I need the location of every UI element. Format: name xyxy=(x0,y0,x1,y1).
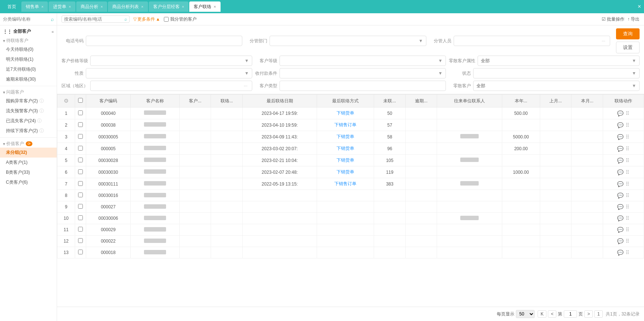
filter-nature-dropdown[interactable]: ▼ xyxy=(86,68,252,78)
filter-search-input[interactable] xyxy=(64,17,123,22)
row-checkbox[interactable] xyxy=(78,181,83,186)
message-icon[interactable]: 💬 xyxy=(617,158,623,163)
more-action-icon[interactable]: ⠿ xyxy=(626,238,629,244)
query-button[interactable]: 查询 xyxy=(616,28,640,39)
message-icon[interactable]: 💬 xyxy=(617,181,623,187)
row-checkbox[interactable] xyxy=(78,250,83,254)
cell-last-method[interactable]: 下销售订单 xyxy=(317,119,374,131)
export-button[interactable]: ↑ 导出 xyxy=(627,16,640,22)
tab-purchase[interactable]: 进货单 × xyxy=(49,1,75,12)
current-page-input[interactable] xyxy=(564,310,577,318)
tab-customer-contact[interactable]: 客户联络 × xyxy=(189,1,220,12)
sidebar-item-warning[interactable]: 流失预警客户(3) ⓘ xyxy=(0,106,57,116)
filter-search-icon[interactable]: ⌕ xyxy=(124,17,127,22)
tab-product-analysis-list-close[interactable]: × xyxy=(141,4,143,9)
message-icon[interactable]: 💬 xyxy=(617,193,623,198)
more-action-icon[interactable]: ⠿ xyxy=(626,134,629,140)
cell-last-method[interactable]: 下销货单 xyxy=(317,155,374,166)
message-icon[interactable]: 💬 xyxy=(617,110,623,116)
more-action-icon[interactable]: ⠿ xyxy=(626,181,629,187)
row-checkbox[interactable] xyxy=(78,227,83,232)
filter-dept-dropdown[interactable]: ▼ xyxy=(270,36,426,46)
message-icon[interactable]: 💬 xyxy=(617,169,623,175)
cell-last-method[interactable]: 下销货单 xyxy=(317,166,374,178)
more-action-icon[interactable]: ⠿ xyxy=(626,193,629,198)
filter-payment-dropdown[interactable]: ▼ xyxy=(279,68,446,78)
tab-customer-segment[interactable]: 客户分层经客 × xyxy=(149,1,189,12)
message-icon[interactable]: 💬 xyxy=(617,215,623,221)
filter-status-dropdown[interactable]: ▼ xyxy=(473,68,640,78)
sidebar-group-problem[interactable]: ▾ 问题客户 xyxy=(0,88,57,96)
message-icon[interactable]: 💬 xyxy=(617,238,623,244)
row-checkbox[interactable] xyxy=(78,122,83,127)
cell-last-method[interactable] xyxy=(317,236,374,247)
next-page-button[interactable]: > xyxy=(584,310,593,318)
more-action-icon[interactable]: ⠿ xyxy=(626,158,629,163)
message-icon[interactable]: 💬 xyxy=(617,250,623,255)
more-action-icon[interactable]: ⠿ xyxy=(626,204,629,210)
more-action-icon[interactable]: ⠿ xyxy=(626,122,629,128)
prev-page-button[interactable]: < xyxy=(548,310,556,318)
filter-phone-input[interactable] xyxy=(86,36,242,46)
row-checkbox[interactable] xyxy=(78,146,83,151)
cell-last-method[interactable]: 下销售订单 xyxy=(317,178,374,190)
cell-last-method[interactable] xyxy=(317,224,374,236)
cell-last-method[interactable]: 下销货单 xyxy=(317,131,374,143)
more-action-icon[interactable]: ⠿ xyxy=(626,227,629,233)
sidebar-item-abnormal[interactable]: 囤购异常客户(2) ⓘ xyxy=(0,96,57,106)
staff-dots[interactable]: ··· xyxy=(600,38,607,43)
tab-customer-segment-close[interactable]: × xyxy=(182,4,184,9)
cell-last-method[interactable] xyxy=(317,247,374,258)
first-page-button[interactable]: K xyxy=(538,310,546,318)
tab-home[interactable]: 首页 xyxy=(3,1,21,12)
sidebar-item-lost[interactable]: 已流失客户(24) ⓘ xyxy=(0,116,57,126)
filter-retail-customer-dropdown[interactable]: 全部 ▼ xyxy=(473,81,640,91)
message-icon[interactable]: 💬 xyxy=(617,146,623,152)
cell-last-method[interactable] xyxy=(317,190,374,201)
window-close-button[interactable]: × xyxy=(638,3,641,10)
my-customers-check-input[interactable] xyxy=(164,17,169,22)
row-checkbox[interactable] xyxy=(78,110,83,115)
sidebar-item-week[interactable]: 近7天待联络(0) xyxy=(0,64,57,74)
filter-retail-attr-dropdown[interactable]: 全部 ▼ xyxy=(478,56,640,66)
row-checkbox[interactable] xyxy=(78,169,83,174)
filter-staff-input[interactable]: ··· xyxy=(454,36,610,46)
row-checkbox[interactable] xyxy=(78,134,83,139)
sidebar-search-input[interactable] xyxy=(3,17,49,22)
tab-product-analysis-close[interactable]: × xyxy=(101,4,103,9)
message-icon[interactable]: 💬 xyxy=(617,204,623,210)
sidebar-item-class-c[interactable]: C类客户(6) xyxy=(0,177,57,187)
sidebar-item-class-a[interactable]: A类客户(1) xyxy=(0,158,57,167)
more-action-icon[interactable]: ⠿ xyxy=(626,110,629,116)
settings-icon[interactable]: ⚙ xyxy=(64,98,68,104)
more-action-icon[interactable]: ⠿ xyxy=(626,146,629,152)
tab-product-analysis[interactable]: 商品分析 × xyxy=(76,1,107,12)
page-size-select[interactable]: 50 20 100 xyxy=(516,310,535,318)
message-icon[interactable]: 💬 xyxy=(617,227,623,233)
filter-more-conditions[interactable]: ▽ 更多条件 ▲ xyxy=(133,16,160,22)
sidebar-search-icon[interactable]: ⌕ xyxy=(51,16,54,22)
last-page-button[interactable]: 1 xyxy=(594,310,603,318)
region-dots[interactable]: ··· xyxy=(242,83,249,88)
tab-customer-contact-close[interactable]: × xyxy=(214,4,216,9)
more-action-icon[interactable]: ⠿ xyxy=(626,250,629,255)
filter-customer-type-dropdown[interactable] xyxy=(279,81,446,91)
sidebar-item-declining[interactable]: 持续下滑客户(2) ⓘ xyxy=(0,126,57,136)
sidebar-item-class-b[interactable]: B类客户(33) xyxy=(0,167,57,177)
filter-price-level-dropdown[interactable]: ▼ xyxy=(90,56,252,66)
more-action-icon[interactable]: ⠿ xyxy=(626,215,629,221)
cell-last-method[interactable] xyxy=(317,213,374,224)
more-action-icon[interactable]: ⠿ xyxy=(626,169,629,175)
cell-last-method[interactable]: 下销货单 xyxy=(317,143,374,155)
cell-last-method[interactable]: 下销货单 xyxy=(317,107,374,119)
row-checkbox[interactable] xyxy=(78,238,83,243)
filter-region-input[interactable]: ··· xyxy=(90,81,252,91)
message-icon[interactable]: 💬 xyxy=(617,122,623,128)
sidebar-item-today[interactable]: 今天待联络(0) xyxy=(0,45,57,54)
filter-customer-level-dropdown[interactable]: ▼ xyxy=(279,56,446,66)
my-customers-checkbox[interactable]: 我分管的客户 xyxy=(164,16,197,22)
sidebar-item-tomorrow[interactable]: 明天待联络(1) xyxy=(0,54,57,64)
tab-product-analysis-list[interactable]: 商品分析列表 × xyxy=(108,1,148,12)
row-checkbox[interactable] xyxy=(78,204,83,209)
all-customers-header[interactable]: ⋮⋮ 全部客户 « xyxy=(0,25,57,36)
